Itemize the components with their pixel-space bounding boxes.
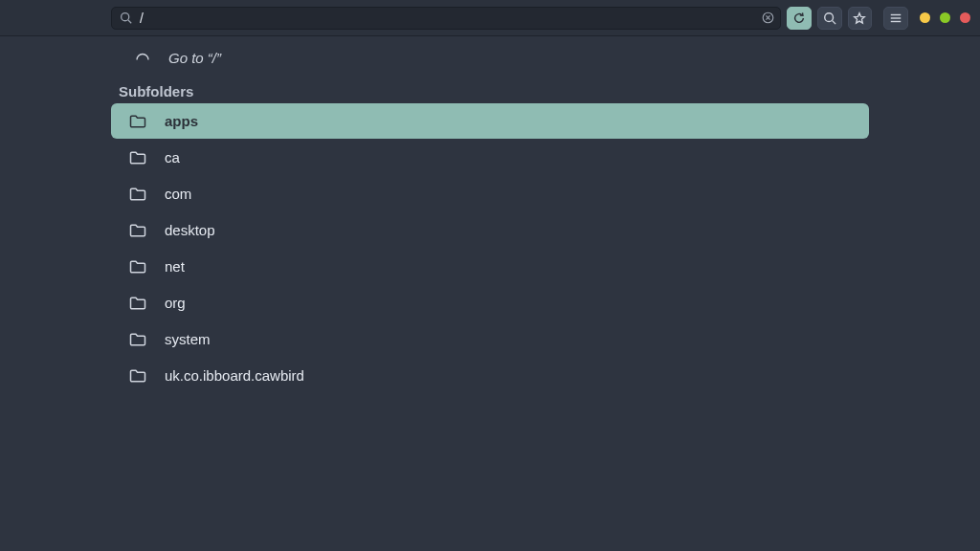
folder-label: system [165, 331, 211, 347]
subfolders-heading: Subfolders [111, 83, 869, 99]
folder-icon [128, 185, 147, 204]
folder-label: ca [165, 149, 180, 165]
folder-label: net [165, 258, 185, 275]
refresh-icon [792, 11, 806, 25]
folder-icon [128, 148, 147, 167]
menu-button[interactable] [883, 7, 908, 30]
folder-row[interactable]: system [111, 321, 869, 357]
folder-label: uk.co.ibboard.cawbird [165, 367, 304, 384]
close-button[interactable] [960, 12, 970, 23]
folder-row[interactable]: com [111, 176, 869, 211]
svg-point-5 [824, 12, 833, 21]
maximize-button[interactable] [940, 12, 950, 23]
svg-line-6 [832, 20, 835, 24]
refresh-button[interactable] [787, 7, 812, 30]
folder-icon [128, 221, 147, 240]
svg-point-0 [122, 13, 129, 21]
goto-arrow-icon [134, 50, 151, 67]
folder-row[interactable]: apps [111, 103, 869, 139]
folder-icon [128, 366, 147, 386]
minimize-button[interactable] [920, 12, 930, 23]
svg-marker-7 [855, 12, 865, 22]
find-button[interactable] [817, 7, 842, 30]
path-input[interactable] [140, 11, 751, 26]
folder-label: org [165, 295, 186, 311]
folder-list: appscacomdesktopnetorgsystemuk.co.ibboar… [0, 103, 980, 393]
clear-search-button[interactable] [759, 10, 776, 27]
toolbar [0, 0, 980, 36]
bookmark-button[interactable] [848, 7, 873, 30]
folder-label: desktop [165, 222, 215, 238]
folder-icon [128, 330, 147, 349]
window-controls [920, 12, 970, 23]
results-panel: Go to “/” Subfolders appscacomdesktopnet… [0, 36, 980, 551]
hamburger-icon [889, 11, 902, 25]
search-icon [120, 11, 132, 24]
goto-row[interactable]: Go to “/” [111, 40, 869, 76]
svg-line-1 [128, 20, 131, 23]
path-search-box[interactable] [111, 7, 781, 30]
folder-icon [128, 257, 147, 276]
folder-row[interactable]: org [111, 285, 869, 320]
folder-icon [128, 294, 147, 313]
folder-row[interactable]: net [111, 249, 869, 284]
folder-label: apps [165, 113, 198, 129]
search-icon [823, 11, 836, 25]
folder-row[interactable]: desktop [111, 212, 869, 248]
folder-icon [128, 112, 147, 131]
clear-icon [762, 11, 774, 24]
folder-row[interactable]: ca [111, 140, 869, 175]
goto-label: Go to “/” [168, 50, 221, 66]
bookmark-star-icon [853, 11, 866, 25]
folder-label: com [165, 186, 191, 202]
folder-row[interactable]: uk.co.ibboard.cawbird [111, 358, 869, 393]
